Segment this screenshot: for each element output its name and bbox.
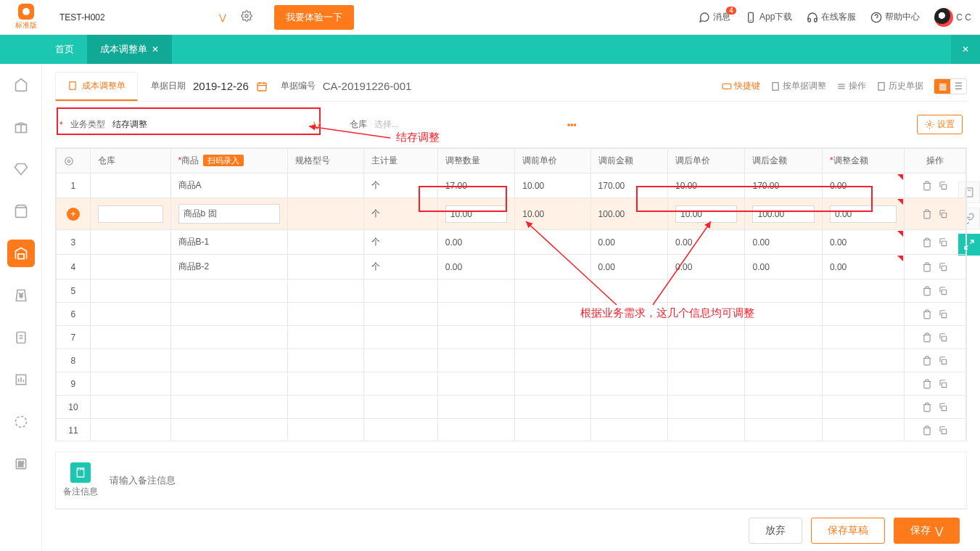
customer-service-link[interactable]: 在线客服	[807, 11, 856, 23]
user-menu[interactable]: C C	[934, 8, 971, 27]
org-selector[interactable]: TEST-H002 ⋁	[52, 7, 234, 28]
logo-icon	[18, 4, 34, 20]
top-actions: 消息 4 App下载 在线客服 帮助中心 C C	[699, 8, 971, 27]
logo-text: 标准版	[15, 20, 37, 30]
top-bar: 标准版 TEST-H002 ⋁ 我要体验一下 消息 4 App下载 在线客服 帮…	[0, 0, 980, 35]
experience-button[interactable]: 我要体验一下	[274, 5, 354, 30]
user-name: C C	[956, 12, 971, 23]
logo: 标准版	[9, 4, 44, 30]
close-all-tabs[interactable]: ✕	[951, 35, 980, 64]
tabs-bar: 首页 成本调整单 ✕ ✕	[0, 35, 980, 64]
app-download-label: App下载	[759, 11, 792, 23]
avatar-icon	[934, 8, 953, 27]
customer-service-label: 在线客服	[821, 11, 856, 23]
close-icon[interactable]: ✕	[152, 44, 159, 54]
tab-home-label: 首页	[55, 43, 74, 56]
svg-point-0	[245, 15, 248, 17]
headset-icon	[807, 12, 818, 23]
app-download-link[interactable]: App下载	[745, 11, 792, 23]
org-name: TEST-H002	[59, 12, 105, 23]
tab-current-label: 成本调整单	[100, 43, 147, 56]
tab-cost-adjustment[interactable]: 成本调整单 ✕	[87, 35, 172, 64]
tab-home[interactable]: 首页	[42, 35, 87, 64]
message-icon	[699, 12, 710, 23]
messages-link[interactable]: 消息 4	[699, 11, 730, 23]
gear-icon[interactable]	[241, 10, 252, 24]
chevron-down-icon: ⋁	[219, 12, 226, 23]
phone-icon	[745, 12, 757, 23]
svg-rect-1	[749, 12, 754, 22]
help-label: 帮助中心	[885, 11, 920, 23]
help-icon	[870, 12, 882, 23]
help-link[interactable]: 帮助中心	[870, 11, 920, 23]
messages-badge: 4	[726, 7, 736, 15]
